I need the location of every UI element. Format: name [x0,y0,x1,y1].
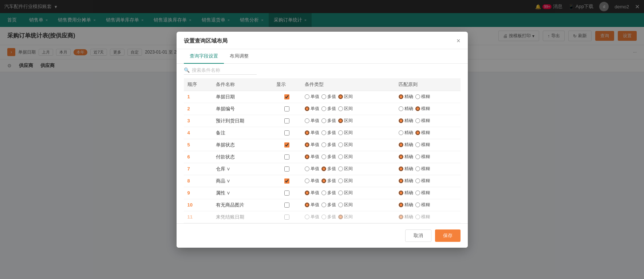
show-checkbox[interactable] [284,166,289,172]
match-radio-item[interactable]: 精确 [399,166,413,172]
type-radio[interactable] [321,203,326,207]
type-radio-item[interactable]: 区间 [338,118,353,124]
match-radio[interactable] [415,178,420,183]
match-radio[interactable] [399,154,403,159]
type-radio[interactable] [321,166,326,171]
show-checkbox[interactable] [284,106,289,111]
match-radio[interactable] [399,190,403,195]
type-radio-item[interactable]: 区间 [338,178,353,184]
match-radio-item[interactable]: 模糊 [415,214,430,220]
type-radio[interactable] [305,178,309,183]
match-radio[interactable] [415,166,420,171]
type-radio[interactable] [338,190,343,195]
type-radio-item[interactable]: 区间 [338,166,353,172]
type-radio[interactable] [305,106,309,111]
type-radio-item[interactable]: 多值 [321,178,336,184]
match-radio[interactable] [415,142,420,147]
match-radio[interactable] [399,166,403,171]
type-radio[interactable] [338,106,343,111]
type-radio[interactable] [305,154,309,159]
type-radio-item[interactable]: 单值 [305,94,319,100]
match-radio-item[interactable]: 精确 [399,214,413,220]
type-radio-item[interactable]: 单值 [305,154,319,160]
type-radio-item[interactable]: 区间 [338,94,353,100]
match-radio-item[interactable]: 模糊 [415,202,430,208]
show-checkbox[interactable] [284,154,289,160]
type-radio-item[interactable]: 多值 [321,106,336,112]
match-radio[interactable] [399,203,403,207]
match-radio-item[interactable]: 精确 [399,118,413,124]
match-radio-item[interactable]: 模糊 [415,142,430,148]
match-radio[interactable] [399,118,403,123]
match-radio[interactable] [415,118,420,123]
show-checkbox[interactable] [284,215,289,220]
type-radio-item[interactable]: 单值 [305,118,319,124]
show-checkbox[interactable] [284,203,289,208]
cancel-btn[interactable]: 取消 [405,229,431,242]
type-radio-item[interactable]: 单值 [305,202,319,208]
match-radio-item[interactable]: 精确 [399,130,413,136]
type-radio-item[interactable]: 区间 [338,106,353,112]
match-radio-item[interactable]: 精确 [399,202,413,208]
type-radio-item[interactable]: 多值 [321,94,336,100]
match-radio-item[interactable]: 精确 [399,190,413,196]
match-radio[interactable] [399,142,403,147]
type-radio[interactable] [338,154,343,159]
type-radio[interactable] [305,190,309,195]
type-radio-item[interactable]: 多值 [321,154,336,160]
type-radio[interactable] [338,178,343,183]
match-radio-item[interactable]: 模糊 [415,166,430,172]
dialog-tab-layout[interactable]: 布局调整 [224,49,254,64]
type-radio-item[interactable]: 区间 [338,130,353,136]
match-radio[interactable] [415,203,420,207]
type-radio[interactable] [321,215,326,219]
type-radio[interactable] [321,154,326,159]
match-radio-item[interactable]: 模糊 [415,190,430,196]
show-checkbox[interactable] [284,142,289,148]
type-radio[interactable] [305,215,309,219]
type-radio-item[interactable]: 多值 [321,142,336,148]
type-radio[interactable] [338,142,343,147]
type-radio-item[interactable]: 单值 [305,214,319,220]
match-radio[interactable] [415,215,420,219]
match-radio-item[interactable]: 模糊 [415,106,430,112]
type-radio[interactable] [321,94,326,99]
type-radio[interactable] [321,190,326,195]
type-radio-item[interactable]: 多值 [321,118,336,124]
dialog-close-btn[interactable]: × [457,38,461,44]
type-radio[interactable] [305,94,309,99]
type-radio-item[interactable]: 单值 [305,190,319,196]
type-radio[interactable] [321,106,326,111]
type-radio-item[interactable]: 多值 [321,190,336,196]
match-radio-item[interactable]: 精确 [399,106,413,112]
type-radio[interactable] [305,142,309,147]
type-radio-item[interactable]: 多值 [321,202,336,208]
match-radio[interactable] [415,154,420,159]
match-radio-item[interactable]: 精确 [399,94,413,100]
type-radio[interactable] [305,118,309,123]
match-radio-item[interactable]: 模糊 [415,154,430,160]
match-radio-item[interactable]: 模糊 [415,94,430,100]
type-radio-item[interactable]: 区间 [338,214,353,220]
type-radio[interactable] [321,142,326,147]
type-radio-item[interactable]: 单值 [305,166,319,172]
search-input[interactable] [192,67,257,73]
match-radio[interactable] [399,178,403,183]
match-radio-item[interactable]: 模糊 [415,130,430,136]
show-checkbox[interactable] [284,130,289,135]
save-btn[interactable]: 保存 [435,229,461,242]
type-radio[interactable] [305,166,309,171]
type-radio-item[interactable]: 区间 [338,202,353,208]
match-radio-item[interactable]: 精确 [399,142,413,148]
type-radio-item[interactable]: 区间 [338,154,353,160]
match-radio-item[interactable]: 模糊 [415,178,430,184]
type-radio[interactable] [321,118,326,123]
type-radio[interactable] [338,130,343,135]
match-radio[interactable] [415,190,420,195]
type-radio-item[interactable]: 单值 [305,142,319,148]
type-radio-item[interactable]: 单值 [305,106,319,112]
type-radio-item[interactable]: 单值 [305,178,319,184]
type-radio[interactable] [338,203,343,207]
type-radio[interactable] [338,94,343,99]
match-radio[interactable] [415,130,420,135]
